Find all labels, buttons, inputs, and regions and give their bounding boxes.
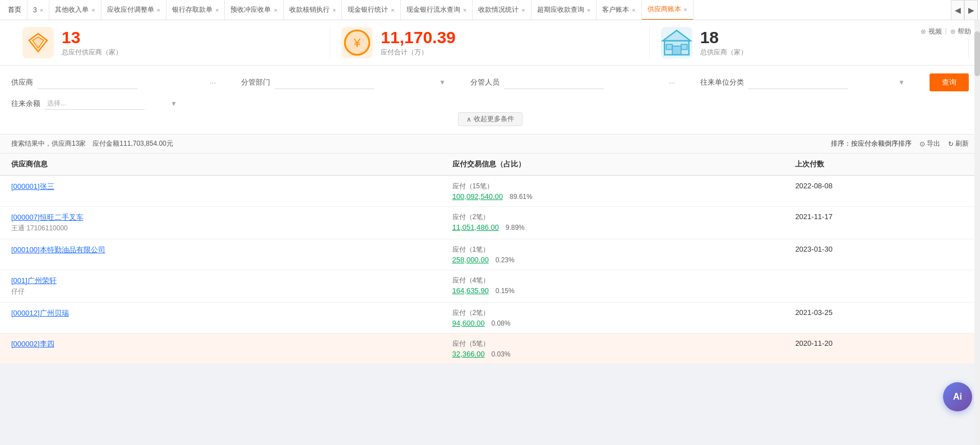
category-input[interactable]: [748, 76, 848, 89]
amount-row: 94,600.000.08%: [452, 319, 773, 327]
video-link[interactable]: ⊙ 视频: [921, 27, 941, 36]
close-icon[interactable]: ×: [332, 7, 336, 13]
amount-link[interactable]: 32,366.00: [452, 350, 485, 358]
nav-tab-home[interactable]: 首页: [2, 0, 27, 20]
supplier-table: 供应商信息 应付交易信息（占比） 上次付数 [000001]张三应付（15笔）1…: [0, 154, 980, 364]
query-button[interactable]: 查询: [930, 73, 969, 91]
person-dots-icon[interactable]: ···: [669, 78, 676, 87]
close-icon[interactable]: ×: [521, 7, 525, 13]
supplier-dots-icon[interactable]: ···: [210, 78, 216, 87]
close-icon[interactable]: ×: [274, 7, 277, 13]
amount-row: 100,092,540.0089.61%: [452, 192, 773, 201]
refresh-button[interactable]: ↻ 刷新: [948, 139, 969, 149]
nav-tab-receiptstat[interactable]: 收款情况统计 ×: [473, 0, 531, 20]
amount-row: 11,051,486.009.89%: [452, 223, 773, 231]
tx-info-cell: 应付（15笔）100,092,540.0089.61%: [441, 175, 784, 207]
balance-dropdown-icon[interactable]: ▼: [170, 100, 177, 108]
nav-tab-adjust[interactable]: 应收应付调整单 ×: [101, 0, 167, 20]
filter-supplier: 供应商 ···: [11, 76, 219, 89]
close-icon[interactable]: ×: [587, 7, 590, 13]
nav-tab-3[interactable]: 3 ×: [27, 0, 49, 20]
nav-tab-bank[interactable]: 银行存取款单 ×: [167, 0, 225, 20]
percent-value: 0.03%: [491, 350, 510, 358]
supplier-input[interactable]: [38, 76, 137, 89]
amount-text: 应付金额111,703,854.00元: [93, 139, 173, 149]
close-icon[interactable]: ×: [215, 7, 219, 13]
percent-value: 0.08%: [491, 319, 510, 327]
overdue-label: 超期应收款查询: [537, 5, 584, 15]
close-icon[interactable]: ×: [91, 7, 95, 13]
close-icon[interactable]: ×: [632, 7, 635, 13]
receiptstat-label: 收款情况统计: [478, 5, 519, 15]
table-row: [000100]本特勤油品有限公司应付（1笔）258,000.000.23%20…: [0, 239, 980, 270]
collapse-arrow-icon: ∧: [466, 115, 471, 123]
amount-link[interactable]: 94,600.00: [452, 319, 485, 327]
supplier-info-cell: [001]广州荣轩仔仔: [0, 270, 441, 303]
nav-tab-other-income[interactable]: 其他收入单 ×: [49, 0, 101, 20]
supplier-link[interactable]: [000012]广州贝瑞: [11, 309, 69, 317]
result-actions: 排序：按应付余额倒序排序 ⊙ 导出 ↻ 刷新: [831, 139, 969, 149]
filter-area: 供应商 ··· 分管部门 ▼ 分管人员 ··· 往来单位分类: [0, 66, 980, 135]
bank-label: 银行存取款单: [172, 5, 212, 15]
export-button[interactable]: ⊙ 导出: [919, 139, 940, 149]
total-payable-label: 应付合计（万）: [381, 48, 455, 57]
close-icon[interactable]: ×: [684, 6, 687, 13]
scrollbar-thumb[interactable]: [974, 31, 980, 76]
scrollbar[interactable]: [974, 20, 980, 364]
amount-row: 164,635.900.15%: [452, 286, 773, 295]
person-input[interactable]: [504, 76, 604, 89]
col-header-tx: 应付交易信息（占比）: [441, 154, 784, 175]
col-header-supplier: 供应商信息: [0, 154, 441, 175]
supplier-link[interactable]: [000007]恒旺二手叉车: [11, 213, 84, 221]
cashflow-label: 现金银行流水查询: [406, 5, 460, 15]
supplier-link[interactable]: [000100]本特勤油品有限公司: [11, 245, 105, 254]
summary-info-total: 11,170.39 应付合计（万）: [381, 28, 455, 57]
help-link[interactable]: ⊙ 帮助: [950, 27, 971, 36]
summary-card-total-payable: ¥ 11,170.39 应付合计（万）: [330, 27, 649, 58]
balance-input[interactable]: [45, 97, 145, 110]
amount-link[interactable]: 100,092,540.00: [452, 192, 503, 201]
last-payment-cell: 2020-11-20: [784, 333, 980, 364]
close-icon[interactable]: ×: [40, 7, 43, 13]
close-icon[interactable]: ×: [391, 7, 394, 13]
nav-tab-cashstat[interactable]: 现金银行统计 ×: [342, 0, 400, 20]
dept-input[interactable]: [275, 76, 375, 89]
dept-filter-label: 分管部门: [241, 77, 270, 87]
nav-arrow-left[interactable]: ◀: [951, 0, 964, 20]
category-input-wrap: ▼: [748, 76, 908, 89]
category-dropdown-icon[interactable]: ▼: [898, 78, 905, 86]
supplier-link[interactable]: [000001]张三: [11, 182, 54, 191]
table-header-row: 供应商信息 应付交易信息（占比） 上次付数: [0, 154, 980, 175]
tx-info-cell: 应付（2笔）94,600.000.08%: [441, 303, 784, 333]
nav-arrow-right[interactable]: ▶: [964, 0, 978, 20]
close-icon[interactable]: ×: [157, 7, 160, 13]
nav-tab-overdue[interactable]: 超期应收款查询 ×: [531, 0, 597, 20]
dept-dropdown-icon[interactable]: ▼: [439, 78, 446, 86]
close-icon[interactable]: ×: [463, 7, 466, 13]
result-info: 搜索结果中，供应商13家 应付金额111,703,854.00元: [11, 139, 173, 149]
nav-tab-cashflow[interactable]: 现金银行流水查询 ×: [401, 0, 473, 20]
svg-text:¥: ¥: [353, 36, 361, 50]
last-payment-cell: 2023-01-30: [784, 239, 980, 270]
refresh-label: 刷新: [955, 139, 969, 149]
amount-link[interactable]: 164,635.90: [452, 286, 489, 295]
sort-label[interactable]: 排序：按应付余额倒序排序: [831, 139, 912, 149]
amount-link[interactable]: 258,000.00: [452, 256, 489, 264]
tx-info-cell: 应付（4笔）164,635.900.15%: [441, 270, 784, 303]
nav-tab-prepay[interactable]: 预收冲应收单 ×: [225, 0, 283, 20]
balance-filter-label: 往来余额: [11, 99, 40, 109]
collapse-button[interactable]: ∧ 收起更多条件: [458, 112, 523, 126]
supplier-link[interactable]: [000002]李四: [11, 340, 54, 348]
nav-tab-customer[interactable]: 客户账本 ×: [597, 0, 641, 20]
table-row: [000001]张三应付（15笔）100,092,540.0089.61%202…: [0, 175, 980, 207]
svg-marker-5: [663, 30, 691, 41]
supplier-link[interactable]: [001]广州荣轩: [11, 276, 57, 285]
amount-row: 258,000.000.23%: [452, 256, 773, 264]
amount-link[interactable]: 11,051,486.00: [452, 223, 499, 231]
nav-arrows: ◀ ▶: [951, 0, 978, 20]
nav-tab-supplier[interactable]: 供应商账本 ×: [642, 0, 694, 20]
refresh-icon: ↻: [948, 140, 954, 148]
nav-tab-verify[interactable]: 收款核销执行 ×: [284, 0, 342, 20]
percent-value: 89.61%: [510, 193, 533, 201]
adjust-label: 应收应付调整单: [107, 5, 154, 15]
